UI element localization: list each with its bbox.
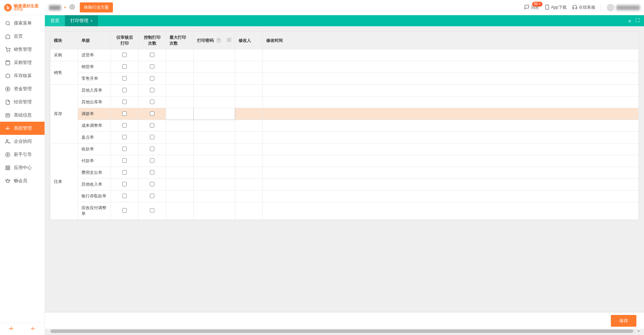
scrollbar-thumb[interactable] [50,329,633,333]
checkbox[interactable] [150,182,154,186]
cell-modified-at [263,155,639,167]
checkbox[interactable] [150,147,154,151]
save-button[interactable]: 保存 [611,315,636,327]
checkbox[interactable] [150,53,154,57]
cell-doc: 费用支出单 [78,167,111,179]
checkbox[interactable] [122,135,127,139]
cell-audit-only [111,202,138,220]
cell-doc: 付款单 [78,155,111,167]
cell-limit-count [138,96,166,108]
col-module: 模块 [50,32,78,49]
checkbox[interactable] [150,76,154,81]
checkbox[interactable] [150,158,154,163]
col-limit-count: 控制打印次数 [138,32,166,49]
checkbox[interactable] [122,208,127,213]
tenant-switcher[interactable]: ████ ▾ [49,5,66,10]
checkbox[interactable] [150,100,154,104]
brand-logo: b 畅捷通好生意 精简版 [4,4,45,11]
horizontal-scrollbar[interactable]: ▸ [50,329,639,333]
checkbox[interactable] [122,53,127,57]
tab-1[interactable]: 打印管理× [65,15,98,26]
top-header: b 畅捷通好生意 精简版 ████ ▾ 体验行业方案 消息 99 + [0,0,644,15]
cell-password[interactable] [194,108,235,120]
box-icon [5,73,10,78]
vip-icon [5,178,10,184]
checkbox[interactable] [150,194,154,198]
cell-audit-only [111,155,138,167]
svg-point-3 [6,21,9,25]
sidebar-item-label: 系统管理 [14,125,32,131]
fullscreen-icon[interactable] [635,18,640,24]
checkbox[interactable] [122,158,127,163]
sidebar-item-8[interactable]: 系统管理 [0,122,45,135]
online-service-link[interactable]: 在线客服 [572,4,595,11]
cell-max-count [166,179,194,190]
checkbox[interactable] [122,88,127,92]
tab-close-all-icon[interactable]: × [628,18,631,24]
sidebar-item-0[interactable]: 搜索菜单 [0,17,45,30]
sidebar-item-7[interactable]: 基础信息 [0,109,45,122]
cell-doc: 其他收入单 [78,179,111,190]
checkbox[interactable] [122,111,127,116]
sidebar-item-1[interactable]: 首页 [0,30,45,43]
tab-0[interactable]: 首页 [45,15,65,26]
checkbox[interactable] [122,123,127,128]
content: 首页打印管理× × [45,15,644,335]
cell-password [194,179,235,190]
sidebar-item-9[interactable]: 企业协同 [0,135,45,148]
sidebar-item-5[interactable]: 资金管理 [0,82,45,95]
checkbox[interactable] [150,111,154,116]
sidebar-item-6[interactable]: 经营管理 [0,95,45,109]
sidebar-item-label: 基础信息 [14,112,32,118]
messages-link[interactable]: 消息 99 + [524,4,539,11]
cell-limit-count [138,179,166,190]
footer-bar: 保存 [45,312,644,329]
checkbox[interactable] [122,147,127,151]
sidebar-item-11[interactable]: 应用中心 [0,161,45,174]
checkbox[interactable] [150,208,154,213]
sidebar-item-12[interactable]: 畅会员 [0,174,45,187]
col-password: 打印密码 ? [194,32,235,49]
help-icon[interactable]: ? [216,38,221,43]
divider [601,4,601,11]
checkbox[interactable] [150,64,154,69]
cell-password [194,190,235,202]
cell-doc: 应收应付调整单 [78,202,111,220]
sidebar-collapse-icon[interactable] [31,326,36,332]
checkbox[interactable] [122,76,127,81]
sidebar-settings-icon[interactable] [9,326,14,332]
table-row: 盘点单 [50,132,639,143]
checkbox[interactable] [122,170,127,175]
industry-plan-button[interactable]: 体验行业方案 [80,2,113,12]
checkbox[interactable] [122,64,127,69]
sidebar-item-2[interactable]: 销售管理 [0,43,45,56]
edit-icon[interactable] [227,38,231,43]
checkbox[interactable] [122,194,127,198]
cell-limit-count [138,61,166,73]
checkbox[interactable] [122,182,127,186]
svg-point-5 [7,51,7,52]
checkbox[interactable] [122,100,127,104]
cell-max-count[interactable] [166,108,194,120]
cell-doc: 银行存取款单 [78,190,111,202]
avatar-icon [607,4,614,11]
sidebar-item-4[interactable]: 库存核算 [0,69,45,82]
table-row: 零售开单 [50,73,639,85]
checkbox[interactable] [150,135,154,139]
app-download-link[interactable]: App下载 [545,4,567,11]
sidebar-item-10[interactable]: 新手引导 [0,148,45,161]
checkbox[interactable] [150,123,154,128]
scroll-right-icon[interactable]: ▸ [638,329,640,333]
cell-modified-at [263,143,639,155]
cell-modified-at [263,202,639,220]
page-content: 模块 单据 仅审核后打印 控制打印次数 最大打印次数 打印密码 ? [45,26,644,335]
app-download-label: App下载 [551,4,567,10]
cell-modifier [235,108,263,120]
checkbox[interactable] [150,170,154,175]
checkbox[interactable] [150,88,154,92]
user-menu[interactable]: ████████ [607,4,640,11]
tab-close-icon[interactable]: × [90,19,93,23]
sidebar-item-3[interactable]: 采购管理 [0,56,45,69]
table-row: 费用支出单 [50,167,639,179]
settings-icon[interactable] [69,4,75,11]
